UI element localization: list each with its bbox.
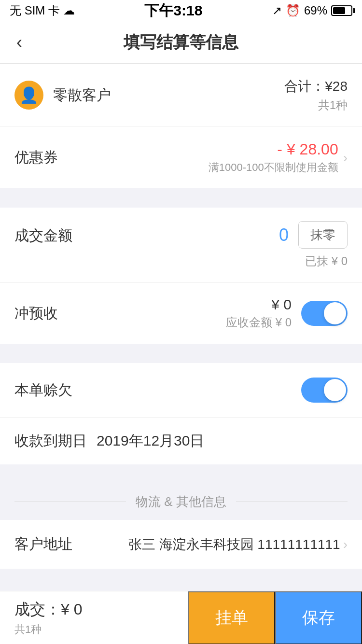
page-title: 填写结算等信息 xyxy=(124,31,238,54)
credit-label: 本单赊欠 xyxy=(14,380,72,400)
amount-label: 成交金额 xyxy=(14,221,72,246)
customer-total: 合计：¥28 共1种 xyxy=(284,77,348,113)
coupon-info: - ¥ 28.00 满1000-100不限制使用金额 xyxy=(209,140,338,175)
amount-section: 成交金额 0 抹零 已抹 ¥ 0 xyxy=(0,208,362,282)
hold-button[interactable]: 挂单 xyxy=(188,591,275,644)
back-button[interactable]: ‹ xyxy=(12,28,27,57)
address-row[interactable]: 客户地址 张三 海淀永丰科技园 11111111111 › xyxy=(0,520,362,569)
advance-receivable: 应收金额 ¥ 0 xyxy=(226,315,292,330)
customer-info: 👤 零散客户 xyxy=(14,81,111,110)
battery-percent: 69% xyxy=(304,4,327,17)
avatar: 👤 xyxy=(14,81,43,110)
divider-2 xyxy=(0,353,362,363)
advance-label: 冲预收 xyxy=(14,304,58,323)
advance-amount: ¥ 0 xyxy=(226,296,292,313)
address-label: 客户地址 xyxy=(14,534,72,554)
bottom-transaction-value: ¥ 0 xyxy=(61,601,82,618)
transaction-section: 成交金额 0 抹零 已抹 ¥ 0 冲预收 ¥ 0 应收金额 ¥ 0 xyxy=(0,208,362,344)
coupon-description: 满1000-100不限制使用金额 xyxy=(209,160,338,175)
amount-row: 成交金额 0 抹零 xyxy=(14,221,348,249)
divider-line: 物流 & 其他信息 xyxy=(14,493,348,510)
status-left: 无 SIM 卡 ☁ xyxy=(10,3,75,18)
due-date-value: 2019年12月30日 xyxy=(97,431,204,451)
due-date-row: 收款到期日 2019年12月30日 xyxy=(0,417,362,464)
divider-text: 物流 & 其他信息 xyxy=(136,493,226,510)
battery-fill xyxy=(333,7,345,14)
logistics-divider: 物流 & 其他信息 xyxy=(0,484,362,520)
amount-value: 0 xyxy=(279,225,289,245)
nav-bar: ‹ 填写结算等信息 xyxy=(0,21,362,64)
total-amount: 合计：¥28 xyxy=(284,77,348,96)
advance-payment-row: 冲预收 ¥ 0 应收金额 ¥ 0 xyxy=(0,282,362,344)
coupon-right: - ¥ 28.00 满1000-100不限制使用金额 › xyxy=(209,140,348,175)
bottom-count: 共1种 xyxy=(14,622,174,637)
bottom-transaction: 成交：¥ 0 xyxy=(14,599,174,620)
divider-1 xyxy=(0,198,362,208)
round-button[interactable]: 抹零 xyxy=(298,221,348,249)
bottom-transaction-label: 成交： xyxy=(14,601,61,618)
alarm-icon: ⏰ xyxy=(286,4,300,17)
advance-right: ¥ 0 应收金额 ¥ 0 xyxy=(226,296,348,330)
coupon-row[interactable]: 优惠券 - ¥ 28.00 满1000-100不限制使用金额 › xyxy=(0,126,362,188)
status-time: 下午3:18 xyxy=(144,1,202,21)
total-count: 共1种 xyxy=(284,98,348,113)
credit-toggle[interactable] xyxy=(301,378,348,403)
battery-icon xyxy=(331,5,352,16)
customer-row: 👤 零散客户 合计：¥28 共1种 xyxy=(0,64,362,126)
credit-section: 本单赊欠 收款到期日 2019年12月30日 xyxy=(0,363,362,464)
bottom-summary: 成交：¥ 0 共1种 xyxy=(0,599,188,637)
bottom-bar: 成交：¥ 0 共1种 挂单 保存 xyxy=(0,591,362,644)
advance-info: ¥ 0 应收金额 ¥ 0 xyxy=(226,296,292,330)
divider-3 xyxy=(0,474,362,484)
customer-section: 👤 零散客户 合计：¥28 共1种 优惠券 - ¥ 28.00 满1000-10… xyxy=(0,64,362,188)
coupon-label: 优惠券 xyxy=(14,148,58,168)
toggle-knob xyxy=(324,302,346,324)
address-section: 客户地址 张三 海淀永丰科技园 11111111111 › xyxy=(0,520,362,569)
address-right: 张三 海淀永丰科技园 11111111111 › xyxy=(114,535,348,554)
credit-toggle-knob xyxy=(324,379,346,401)
coupon-discount: - ¥ 28.00 xyxy=(209,140,338,158)
address-value: 张三 海淀永丰科技园 11111111111 xyxy=(128,535,340,554)
status-bar: 无 SIM 卡 ☁ 下午3:18 ↗ ⏰ 69% xyxy=(0,0,362,21)
due-date-label: 收款到期日 xyxy=(14,431,87,451)
advance-toggle[interactable] xyxy=(301,301,348,326)
amount-right: 0 抹零 xyxy=(279,221,348,249)
location-icon: ↗ xyxy=(272,4,282,17)
customer-name: 零散客户 xyxy=(53,85,111,105)
sim-status: 无 SIM 卡 ☁ xyxy=(10,3,75,18)
chevron-right-icon: › xyxy=(343,150,348,166)
already-rounded: 已抹 ¥ 0 xyxy=(14,253,348,269)
save-button[interactable]: 保存 xyxy=(275,591,362,644)
status-right: ↗ ⏰ 69% xyxy=(272,4,352,17)
credit-row: 本单赊欠 xyxy=(0,363,362,417)
address-chevron-icon: › xyxy=(343,537,348,552)
avatar-icon: 👤 xyxy=(19,86,39,104)
